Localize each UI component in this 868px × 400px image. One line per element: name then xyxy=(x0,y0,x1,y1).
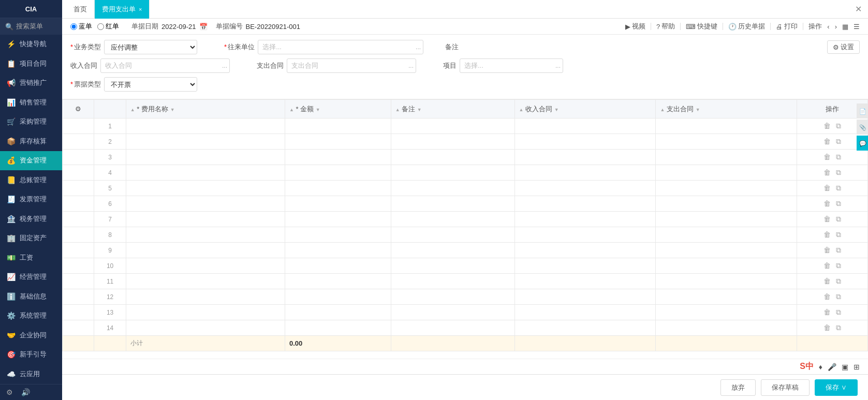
sidebar-item-quick-nav[interactable]: ⚡ 快捷导航 xyxy=(0,35,62,54)
income-contract-wrap[interactable]: 收入合同 ... xyxy=(100,58,230,73)
copy-icon[interactable]: ⧉ xyxy=(834,308,843,316)
row-note[interactable] xyxy=(391,289,514,305)
sidebar-item-project-contract[interactable]: 📋 项目合同 xyxy=(0,54,62,73)
sidebar-item-invoice[interactable]: 🧾 发票管理 xyxy=(0,190,62,210)
logo-icon-grid2[interactable]: ⊞ xyxy=(854,363,860,371)
tab-home[interactable]: 首页 xyxy=(66,0,95,19)
row-expense-contract[interactable] xyxy=(656,212,797,227)
row-income-contract[interactable] xyxy=(514,118,656,134)
row-note[interactable] xyxy=(391,150,514,165)
sidebar-item-marketing[interactable]: 📢 营销推广 xyxy=(0,73,62,93)
row-expense-contract[interactable] xyxy=(656,118,797,134)
sidebar-item-enterprise[interactable]: 🤝 企业协同 xyxy=(0,325,62,345)
row-expense-name[interactable] xyxy=(126,305,285,320)
help-btn[interactable]: ? 帮助 xyxy=(656,22,675,31)
row-note[interactable] xyxy=(391,181,514,196)
row-income-contract[interactable] xyxy=(514,258,656,274)
radio-blue-input[interactable] xyxy=(70,23,77,30)
row-note[interactable] xyxy=(391,274,514,289)
row-note[interactable] xyxy=(391,320,514,336)
row-income-contract[interactable] xyxy=(514,289,656,305)
sidebar-item-tax[interactable]: 🏦 税务管理 xyxy=(0,209,62,229)
window-close-button[interactable]: ✕ xyxy=(853,4,864,14)
row-amount[interactable] xyxy=(285,243,391,258)
row-income-contract[interactable] xyxy=(514,165,656,181)
row-note[interactable] xyxy=(391,258,514,274)
project-ellipsis[interactable]: ... xyxy=(553,62,563,69)
row-expense-name[interactable] xyxy=(126,150,285,165)
logo-icon-grid[interactable]: ▣ xyxy=(842,363,848,371)
sidebar-item-purchase[interactable]: 🛒 采购管理 xyxy=(0,112,62,132)
delete-icon[interactable]: 🗑 xyxy=(822,308,832,316)
radio-blue[interactable]: 蓝单 xyxy=(70,22,92,31)
bill-type-select[interactable]: 不开票 xyxy=(105,78,197,91)
copy-icon[interactable]: ⧉ xyxy=(834,246,843,254)
sidebar-item-new-guide[interactable]: 🎯 新手引导 xyxy=(0,345,62,365)
row-expense-name[interactable] xyxy=(126,243,285,258)
row-expense-name[interactable] xyxy=(126,134,285,150)
row-amount[interactable] xyxy=(285,212,391,227)
row-expense-contract[interactable] xyxy=(656,274,797,289)
row-expense-name[interactable] xyxy=(126,118,285,134)
row-amount[interactable] xyxy=(285,165,391,181)
row-expense-name[interactable] xyxy=(126,196,285,212)
business-type-select[interactable]: 应付调整 xyxy=(105,40,197,54)
row-expense-name[interactable] xyxy=(126,289,285,305)
right-icon-clip[interactable]: 📎 xyxy=(857,120,868,135)
row-amount[interactable] xyxy=(285,289,391,305)
delete-icon[interactable]: 🗑 xyxy=(822,215,832,223)
row-note[interactable] xyxy=(391,212,514,227)
copy-icon[interactable]: ⧉ xyxy=(834,168,843,176)
row-expense-contract[interactable] xyxy=(656,181,797,196)
operate-btn[interactable]: 操作 xyxy=(808,22,822,31)
video-btn[interactable]: ▶ 视频 xyxy=(625,22,645,31)
copy-icon[interactable]: ⧉ xyxy=(834,261,843,270)
right-icon-chat[interactable]: 💬 xyxy=(857,136,868,151)
row-amount[interactable] xyxy=(285,305,391,320)
row-expense-name[interactable] xyxy=(126,320,285,336)
row-expense-name[interactable] xyxy=(126,227,285,243)
row-income-contract[interactable] xyxy=(514,181,656,196)
delete-icon[interactable]: 🗑 xyxy=(822,246,832,254)
print-btn[interactable]: 🖨 打印 xyxy=(776,22,798,31)
save-button[interactable]: 保存 ∨ xyxy=(815,379,858,396)
expense-contract-ellipsis[interactable]: ... xyxy=(406,62,416,69)
row-expense-name[interactable] xyxy=(126,181,285,196)
partner-ellipsis[interactable]: ... xyxy=(414,43,423,51)
list-view-btn[interactable]: ☰ xyxy=(854,23,860,31)
copy-icon[interactable]: ⧉ xyxy=(834,215,843,223)
sidebar-item-system[interactable]: ⚙️ 系统管理 xyxy=(0,306,62,326)
row-note[interactable] xyxy=(391,196,514,212)
calendar-icon[interactable]: 📅 xyxy=(199,23,208,31)
row-note[interactable] xyxy=(391,305,514,320)
business-type-select-wrap[interactable]: 应付调整 xyxy=(104,40,197,54)
copy-icon[interactable]: ⧉ xyxy=(834,292,843,301)
sidebar-item-sales[interactable]: 📊 销售管理 xyxy=(0,93,62,112)
sidebar-item-fixed-assets[interactable]: 🏢 固定资产 xyxy=(0,229,62,248)
volume-bottom-icon[interactable]: 🔊 xyxy=(21,388,30,396)
row-expense-contract[interactable] xyxy=(656,258,797,274)
tab-expense-close[interactable]: × xyxy=(139,6,142,12)
row-expense-contract[interactable] xyxy=(656,165,797,181)
set-button[interactable]: ⚙ 设置 xyxy=(827,40,860,54)
row-income-contract[interactable] xyxy=(514,243,656,258)
row-amount[interactable] xyxy=(285,196,391,212)
settings-bottom-icon[interactable]: ⚙ xyxy=(6,388,13,396)
row-amount[interactable] xyxy=(285,274,391,289)
row-income-contract[interactable] xyxy=(514,305,656,320)
copy-icon[interactable]: ⧉ xyxy=(834,137,843,145)
row-note[interactable] xyxy=(391,243,514,258)
delete-icon[interactable]: 🗑 xyxy=(822,199,832,208)
row-expense-contract[interactable] xyxy=(656,243,797,258)
row-amount[interactable] xyxy=(285,258,391,274)
sidebar-item-salary[interactable]: 💵 工资 xyxy=(0,248,62,268)
row-expense-name[interactable] xyxy=(126,258,285,274)
row-income-contract[interactable] xyxy=(514,227,656,243)
expense-contract-wrap[interactable]: 支出合同 ... xyxy=(287,58,416,73)
history-btn[interactable]: 🕐 历史单据 xyxy=(728,22,765,31)
row-expense-contract[interactable] xyxy=(656,150,797,165)
copy-icon[interactable]: ⧉ xyxy=(834,122,843,130)
tab-expense[interactable]: 费用支出单 × xyxy=(95,0,150,19)
row-expense-name[interactable] xyxy=(126,212,285,227)
right-icon-doc[interactable]: 📄 xyxy=(857,103,868,118)
